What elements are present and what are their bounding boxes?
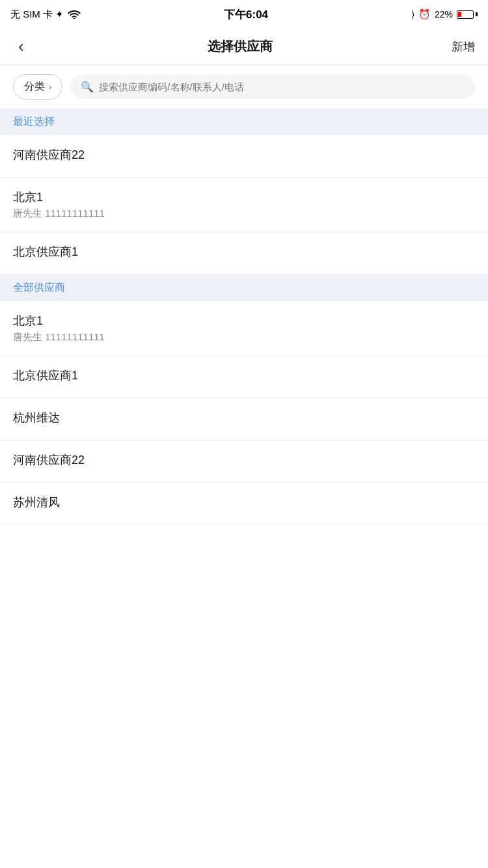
list-item[interactable]: 河南供应商22	[0, 441, 488, 483]
list-item[interactable]: 苏州清风	[0, 483, 488, 525]
chevron-right-icon: ›	[49, 82, 51, 92]
recent-section-header: 最近选择	[0, 109, 488, 135]
item-name: 北京供应商1	[13, 244, 475, 260]
list-item[interactable]: 北京1唐先生 11111111111	[0, 178, 488, 232]
item-name: 河南供应商22	[13, 147, 475, 163]
add-button[interactable]: 新增	[452, 39, 475, 55]
list-item[interactable]: 北京供应商1	[0, 232, 488, 275]
item-sub: 唐先生 11111111111	[13, 331, 475, 344]
item-name: 苏州清风	[13, 495, 475, 510]
status-bar: 无 SIM 卡 ✦ 下午6:04 ⟩ ⏰ 22%	[0, 0, 488, 29]
item-name: 北京1	[13, 313, 475, 329]
nav-bar: ‹ 选择供应商 新增	[0, 29, 488, 65]
item-name: 杭州维达	[13, 410, 475, 426]
status-right: ⟩ ⏰ 22%	[411, 8, 478, 20]
item-sub: 唐先生 11111111111	[13, 208, 475, 220]
list-item[interactable]: 北京供应商1	[0, 356, 488, 398]
recent-items-list: 河南供应商22北京1唐先生 11111111111北京供应商1	[0, 135, 488, 275]
item-name: 北京1	[13, 189, 475, 205]
list-item[interactable]: 河南供应商22	[0, 135, 488, 178]
battery-icon	[457, 10, 478, 19]
back-button[interactable]: ‹	[13, 31, 29, 62]
recent-section-label: 最近选择	[13, 116, 55, 127]
battery-percent: 22%	[435, 9, 453, 20]
all-section-label: 全部供应商	[13, 282, 65, 293]
svg-point-0	[74, 18, 75, 20]
search-icon: 🔍	[81, 81, 94, 93]
all-section-header: 全部供应商	[0, 275, 488, 301]
search-input-wrap[interactable]: 🔍	[70, 75, 475, 99]
status-left: 无 SIM 卡 ✦	[10, 8, 81, 21]
wifi-icon	[68, 10, 81, 19]
no-sim-text: 无 SIM 卡 ✦	[10, 8, 64, 21]
alarm-icon: ⏰	[418, 8, 431, 20]
all-items-list: 北京1唐先生 11111111111北京供应商1杭州维达河南供应商22苏州清风	[0, 301, 488, 525]
search-bar: 分类 › 🔍	[0, 65, 488, 109]
status-time: 下午6:04	[224, 7, 268, 22]
list-item[interactable]: 杭州维达	[0, 398, 488, 441]
category-label: 分类	[24, 80, 45, 94]
item-name: 河南供应商22	[13, 452, 475, 468]
list-item[interactable]: 北京1唐先生 11111111111	[0, 301, 488, 356]
location-icon: ⟩	[411, 9, 414, 20]
search-input[interactable]	[99, 81, 465, 92]
item-name: 北京供应商1	[13, 368, 475, 383]
category-button[interactable]: 分类 ›	[13, 74, 62, 100]
page-title: 选择供应商	[208, 38, 273, 55]
